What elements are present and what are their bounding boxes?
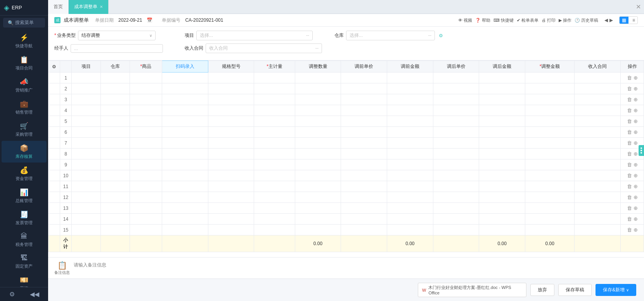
- right-edge-indicator[interactable]: [639, 145, 644, 156]
- sidebar-item-zijin[interactable]: 💰 资金管理: [2, 163, 47, 185]
- row-income-contract[interactable]: [575, 138, 621, 149]
- row-project[interactable]: [72, 225, 101, 235]
- toolbar-operate[interactable]: ▶ 操作: [559, 17, 571, 23]
- row-unit[interactable]: [254, 181, 295, 192]
- row-after-amount[interactable]: [479, 214, 525, 225]
- row-project[interactable]: [72, 159, 101, 170]
- row-adjust-amount[interactable]: [525, 181, 575, 192]
- row-before-amount[interactable]: [387, 203, 433, 214]
- row-spec[interactable]: [208, 149, 254, 159]
- row-after-price[interactable]: [433, 149, 479, 159]
- row-product[interactable]: [130, 127, 162, 138]
- row-project[interactable]: [72, 73, 101, 83]
- row-unit[interactable]: [254, 203, 295, 214]
- row-before-price[interactable]: [341, 192, 387, 203]
- sidebar-item-kuaijie[interactable]: ⚡ 快捷导航: [2, 30, 47, 52]
- row-before-amount[interactable]: [387, 73, 433, 83]
- row-scan[interactable]: [162, 170, 208, 181]
- row-unit[interactable]: [254, 214, 295, 225]
- warehouse-input[interactable]: 选择... ···: [346, 31, 435, 40]
- row-adjust-amount[interactable]: [525, 94, 575, 105]
- row-scan[interactable]: [162, 105, 208, 116]
- row-after-price[interactable]: [433, 83, 479, 94]
- row-before-price[interactable]: [341, 214, 387, 225]
- project-input[interactable]: 选择... ···: [196, 31, 313, 40]
- row-after-amount[interactable]: [479, 73, 525, 83]
- row-income-contract[interactable]: [575, 181, 621, 192]
- row-product[interactable]: [130, 73, 162, 83]
- row-before-amount[interactable]: [387, 225, 433, 235]
- row-adjust-amount[interactable]: [525, 138, 575, 149]
- row-after-amount[interactable]: [479, 105, 525, 116]
- row-warehouse[interactable]: [100, 94, 130, 105]
- row-unit[interactable]: [254, 170, 295, 181]
- row-warehouse[interactable]: [100, 83, 130, 94]
- col-scan[interactable]: 扫码录入: [162, 61, 208, 73]
- toolbar-shortcut[interactable]: ⌨ 快捷键: [493, 17, 514, 23]
- row-before-price[interactable]: [341, 203, 387, 214]
- row-copy-icon[interactable]: ⊕: [634, 75, 638, 81]
- row-warehouse[interactable]: [100, 192, 130, 203]
- row-after-price[interactable]: [433, 138, 479, 149]
- row-after-price[interactable]: [433, 170, 479, 181]
- row-copy-icon[interactable]: ⊕: [634, 173, 638, 178]
- row-income-contract[interactable]: [575, 73, 621, 83]
- row-unit[interactable]: [254, 138, 295, 149]
- row-after-amount[interactable]: [479, 203, 525, 214]
- row-before-price[interactable]: [341, 170, 387, 181]
- row-project[interactable]: [72, 192, 101, 203]
- row-adjust-qty[interactable]: [295, 225, 341, 235]
- tab-close-icon[interactable]: ✕: [100, 5, 103, 9]
- row-income-contract[interactable]: [575, 127, 621, 138]
- row-income-contract[interactable]: [575, 94, 621, 105]
- row-copy-icon[interactable]: ⊕: [634, 107, 638, 113]
- row-before-price[interactable]: [341, 225, 387, 235]
- row-copy-icon[interactable]: ⊕: [634, 183, 638, 189]
- sidebar-item-zhangmu[interactable]: 📊 总账管理: [2, 185, 47, 207]
- row-adjust-amount[interactable]: [525, 116, 575, 127]
- row-delete-icon[interactable]: 🗑: [627, 107, 632, 113]
- row-before-amount[interactable]: [387, 94, 433, 105]
- row-project[interactable]: [72, 105, 101, 116]
- row-unit[interactable]: [254, 94, 295, 105]
- nav-next-icon[interactable]: ▶: [609, 17, 613, 23]
- date-calendar-icon[interactable]: 📅: [147, 17, 152, 23]
- row-copy-icon[interactable]: ⊕: [634, 227, 638, 233]
- row-before-amount[interactable]: [387, 116, 433, 127]
- row-adjust-qty[interactable]: [295, 116, 341, 127]
- tab-cost-adjust[interactable]: 成本调整单 ✕: [69, 0, 109, 14]
- tab-home[interactable]: 首页: [48, 0, 69, 14]
- row-scan[interactable]: [162, 192, 208, 203]
- row-adjust-qty[interactable]: [295, 159, 341, 170]
- row-warehouse[interactable]: [100, 159, 130, 170]
- row-warehouse[interactable]: [100, 203, 130, 214]
- row-after-amount[interactable]: [479, 159, 525, 170]
- row-before-amount[interactable]: [387, 127, 433, 138]
- row-warehouse[interactable]: [100, 73, 130, 83]
- row-project[interactable]: [72, 94, 101, 105]
- row-spec[interactable]: [208, 73, 254, 83]
- row-after-price[interactable]: [433, 94, 479, 105]
- sidebar-item-fapiao[interactable]: 🧾 发票管理: [2, 207, 47, 229]
- row-unit[interactable]: [254, 127, 295, 138]
- sidebar-search[interactable]: 🔍 搜索菜单: [3, 18, 45, 28]
- row-unit[interactable]: [254, 83, 295, 94]
- row-after-amount[interactable]: [479, 83, 525, 94]
- row-adjust-qty[interactable]: [295, 149, 341, 159]
- row-before-price[interactable]: [341, 105, 387, 116]
- row-before-price[interactable]: [341, 94, 387, 105]
- row-after-price[interactable]: [433, 73, 479, 83]
- row-before-amount[interactable]: [387, 159, 433, 170]
- row-delete-icon[interactable]: 🗑: [627, 183, 632, 189]
- row-delete-icon[interactable]: 🗑: [627, 140, 632, 146]
- row-adjust-qty[interactable]: [295, 83, 341, 94]
- row-adjust-qty[interactable]: [295, 105, 341, 116]
- row-before-price[interactable]: [341, 181, 387, 192]
- row-spec[interactable]: [208, 159, 254, 170]
- row-before-price[interactable]: [341, 159, 387, 170]
- row-warehouse[interactable]: [100, 170, 130, 181]
- nav-prev-icon[interactable]: ◀: [604, 17, 608, 23]
- sidebar-item-xiangmu[interactable]: 📋 项目合同: [2, 52, 47, 74]
- abandon-button[interactable]: 放弃: [530, 284, 554, 296]
- row-delete-icon[interactable]: 🗑: [627, 205, 632, 211]
